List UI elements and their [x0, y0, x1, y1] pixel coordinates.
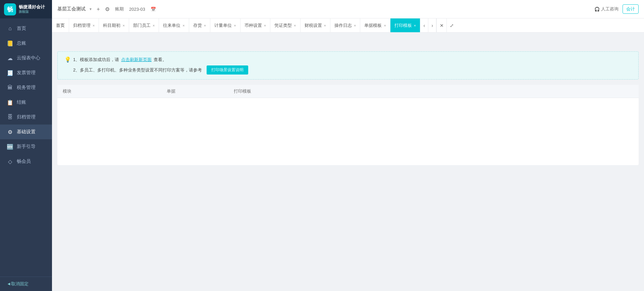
sidebar-item-home[interactable]: ⌂首页	[0, 21, 52, 36]
app-name: 畅捷通好会计	[19, 4, 45, 10]
sidebar-item-guide[interactable]: 🆕新手引导	[0, 139, 52, 154]
period-value: 2023-03	[129, 7, 145, 12]
info-row-1: 💡 1、模板添加成功后，请 点击刷新新页面 查看。	[64, 56, 632, 63]
sidebar-unpin[interactable]: ◄取消固定	[0, 277, 52, 291]
sidebar-nav: ⌂首页📒总账☁云报表中心🧾发票管理🏛税务管理📋结账🗄归档管理⚙基础设置🆕新手引导…	[0, 18, 52, 277]
tab-close-unit[interactable]: ×	[234, 23, 236, 28]
nav-icon-guide: 🆕	[7, 143, 13, 150]
tab-close-singleform[interactable]: ×	[384, 23, 386, 28]
tab-label-unit: 计量单位	[214, 22, 232, 29]
tab-singleform[interactable]: 单据模板×	[360, 18, 390, 32]
content-wrapper: 隐藏预置模板设置 💡 1、模板添加成功后，请 点击刷新新页面 查看。 2、多员工…	[57, 51, 639, 165]
info-row-2: 2、多员工、多打印机、多种业务类型设置不同打印方案等，请参考 打印场景设置说明	[64, 65, 632, 75]
tab-expand-btn[interactable]: ⤢	[446, 18, 457, 32]
tab-subject[interactable]: 科目期初×	[99, 18, 129, 32]
sidebar-item-member[interactable]: ◇畅会员	[0, 154, 52, 169]
tab-label-voucher: 凭证类型	[274, 22, 292, 29]
tab-close-printtemplate[interactable]: ×	[414, 23, 416, 28]
tab-tax[interactable]: 财税设置×	[301, 18, 330, 32]
tab-label-tax: 财税设置	[305, 22, 322, 29]
tab-unit[interactable]: 计量单位×	[210, 18, 240, 32]
refresh-link[interactable]: 点击刷新新页面	[121, 57, 152, 63]
table-body	[57, 98, 639, 165]
sidebar-item-archive[interactable]: 🗄归档管理	[0, 110, 52, 125]
tab-label-inventory: 存货	[193, 22, 202, 29]
tab-close-subject[interactable]: ×	[122, 23, 124, 28]
tab-currency[interactable]: 币种设置×	[240, 18, 270, 32]
sidebar-item-ledger[interactable]: 📒总账	[0, 36, 52, 51]
sidebar-footer-label: ◄取消固定	[7, 281, 29, 287]
tab-close-tax[interactable]: ×	[324, 23, 326, 28]
info-line1-suffix: 查看。	[154, 57, 167, 63]
tab-label-oplog: 操作日志	[334, 22, 352, 29]
tab-close-archive[interactable]: ×	[93, 23, 95, 28]
tab-close-all-btn[interactable]: ✕	[436, 18, 446, 32]
company-name: 基层工会测试	[57, 6, 86, 12]
headset-icon: 🎧	[594, 7, 600, 12]
nav-label-home: 首页	[17, 26, 26, 32]
nav-label-member: 畅会员	[17, 158, 31, 164]
nav-icon-tax: 🏛	[7, 84, 13, 91]
info-line2-prefix: 2、多员工、多打印机、多种业务类型设置不同打印方案等，请参考	[73, 67, 202, 73]
tab-prev-btn[interactable]: ‹	[420, 18, 428, 32]
tab-archive[interactable]: 归档管理×	[69, 18, 99, 32]
sidebar-item-invoice[interactable]: 🧾发票管理	[0, 65, 52, 80]
nav-icon-report: ☁	[7, 55, 13, 61]
settings-icon[interactable]: ⚙	[105, 6, 110, 12]
tab-close-currency[interactable]: ×	[264, 23, 266, 28]
col-module: 模块	[63, 88, 167, 94]
col-form: 单据	[167, 88, 234, 94]
nav-label-archive: 归档管理	[17, 114, 36, 120]
tab-close-oplog[interactable]: ×	[354, 23, 356, 28]
add-tab-button[interactable]: ＋	[96, 6, 101, 13]
nav-label-report: 云报表中心	[17, 55, 40, 61]
nav-icon-home: ⌂	[7, 25, 13, 32]
calendar-icon[interactable]: 📅	[151, 7, 156, 12]
tab-voucher[interactable]: 凭证类型×	[270, 18, 300, 32]
support-label: 人工咨询	[601, 6, 619, 12]
nav-label-ledger: 总账	[17, 40, 26, 46]
tab-oplog[interactable]: 操作日志×	[330, 18, 360, 32]
sidebar-item-settle[interactable]: 📋结账	[0, 95, 52, 110]
tab-close-dept[interactable]: ×	[153, 23, 155, 28]
tab-inventory[interactable]: 存货×	[189, 18, 210, 32]
print-scene-btn[interactable]: 打印场景设置说明	[207, 65, 248, 75]
tab-label-supplier: 往来单位	[163, 22, 180, 29]
tab-printtemplate[interactable]: 打印模板×	[390, 18, 420, 32]
support-btn[interactable]: 🎧 人工咨询	[594, 6, 619, 12]
topbar: 基层工会测试 ▾ ＋ ⚙ 账期 2023-03 📅 🎧 人工咨询 会计	[52, 0, 644, 18]
tab-next-btn[interactable]: ›	[428, 18, 436, 32]
tab-dept[interactable]: 部门员工×	[129, 18, 159, 32]
nav-label-tax: 税务管理	[17, 85, 36, 91]
nav-label-settle: 结账	[17, 99, 26, 105]
app-logo: 畅 畅捷通好会计 旗舰版	[0, 0, 52, 18]
tab-close-inventory[interactable]: ×	[204, 23, 206, 28]
sidebar-item-tax[interactable]: 🏛税务管理	[0, 80, 52, 95]
tab-label-currency: 币种设置	[245, 22, 262, 29]
info-line1-prefix: 1、模板添加成功后，请	[73, 57, 119, 63]
nav-label-invoice: 发票管理	[17, 70, 36, 76]
sidebar-item-report[interactable]: ☁云报表中心	[0, 51, 52, 65]
sidebar-item-basic[interactable]: ⚙基础设置	[0, 125, 52, 139]
col-template: 打印模板	[234, 88, 633, 94]
tab-label-archive: 归档管理	[73, 22, 91, 29]
tab-close-voucher[interactable]: ×	[294, 23, 296, 28]
company-dropdown-icon[interactable]: ▾	[90, 7, 92, 11]
nav-icon-archive: 🗄	[7, 114, 13, 120]
nav-label-guide: 新手引导	[17, 144, 36, 150]
main-content: 隐藏预置模板设置 💡 1、模板添加成功后，请 点击刷新新页面 查看。 2、多员工…	[52, 33, 644, 291]
table-header: 模块 单据 打印模板	[57, 85, 639, 98]
app-sub: 旗舰版	[19, 9, 45, 14]
nav-icon-basic: ⚙	[7, 129, 13, 135]
sidebar: 畅 畅捷通好会计 旗舰版 ⌂首页📒总账☁云报表中心🧾发票管理🏛税务管理📋结账🗄归…	[0, 0, 52, 291]
account-button[interactable]: 会计	[623, 4, 639, 14]
period-label: 账期	[115, 6, 124, 12]
tabbar: 首页归档管理×科目期初×部门员工×往来单位×存货×计量单位×币种设置×凭证类型×…	[52, 18, 644, 33]
tab-close-supplier[interactable]: ×	[182, 23, 184, 28]
tab-label-dept: 部门员工	[133, 22, 151, 29]
tab-home[interactable]: 首页	[52, 18, 69, 32]
tab-supplier[interactable]: 往来单位×	[159, 18, 189, 32]
nav-icon-invoice: 🧾	[7, 69, 13, 76]
bulb-icon: 💡	[64, 56, 71, 63]
info-box: 💡 1、模板添加成功后，请 点击刷新新页面 查看。 2、多员工、多打印机、多种业…	[57, 51, 639, 80]
